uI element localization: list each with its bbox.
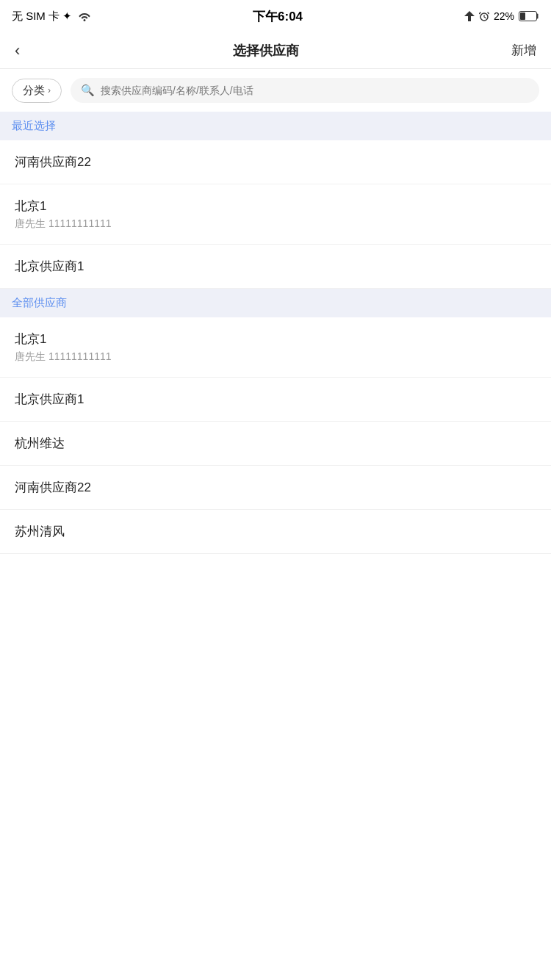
category-label: 分类 bbox=[23, 84, 45, 98]
item-sub: 唐先生 11111111111 bbox=[15, 217, 536, 231]
status-time: 下午6:04 bbox=[253, 8, 303, 25]
page-title: 选择供应商 bbox=[233, 42, 299, 60]
recent-section-label: 最近选择 bbox=[12, 119, 56, 131]
item-name: 苏州清风 bbox=[15, 523, 536, 540]
status-right: 22% bbox=[464, 10, 539, 22]
item-name: 北京供应商1 bbox=[15, 258, 536, 275]
item-name: 河南供应商22 bbox=[15, 479, 536, 496]
list-item[interactable]: 北京供应商1 bbox=[0, 245, 551, 289]
add-button[interactable]: 新增 bbox=[511, 42, 536, 59]
battery-level: 22% bbox=[494, 10, 514, 22]
status-left: 无 SIM 卡 ✦ bbox=[12, 10, 91, 24]
alarm-icon bbox=[479, 11, 489, 21]
list-item[interactable]: 北京供应商1 bbox=[0, 378, 551, 422]
recent-list: 河南供应商22北京1唐先生 11111111111北京供应商1 bbox=[0, 140, 551, 289]
battery-icon bbox=[519, 11, 539, 21]
search-icon: 🔍 bbox=[81, 84, 95, 97]
list-item[interactable]: 河南供应商22 bbox=[0, 140, 551, 184]
search-input[interactable] bbox=[101, 84, 529, 96]
status-bar: 无 SIM 卡 ✦ 下午6:04 22% bbox=[0, 0, 551, 32]
item-name: 北京供应商1 bbox=[15, 391, 536, 408]
item-name: 北京1 bbox=[15, 198, 536, 215]
item-name: 杭州维达 bbox=[15, 435, 536, 452]
list-item[interactable]: 杭州维达 bbox=[0, 422, 551, 466]
item-name: 河南供应商22 bbox=[15, 154, 536, 170]
chevron-right-icon: › bbox=[48, 85, 51, 96]
wifi-icon bbox=[78, 11, 91, 21]
list-item[interactable]: 苏州清风 bbox=[0, 510, 551, 554]
svg-rect-2 bbox=[520, 12, 525, 20]
nav-bar: ‹ 选择供应商 新增 bbox=[0, 32, 551, 69]
item-sub: 唐先生 11111111111 bbox=[15, 350, 536, 364]
sim-status: 无 SIM 卡 ✦ bbox=[12, 10, 72, 24]
list-item[interactable]: 河南供应商22 bbox=[0, 466, 551, 510]
all-section-label: 全部供应商 bbox=[12, 296, 67, 309]
search-bar[interactable]: 🔍 bbox=[71, 78, 539, 103]
back-button[interactable]: ‹ bbox=[15, 41, 20, 60]
item-name: 北京1 bbox=[15, 331, 536, 347]
recent-section-header: 最近选择 bbox=[0, 112, 551, 140]
category-button[interactable]: 分类 › bbox=[12, 79, 62, 103]
all-list: 北京1唐先生 11111111111北京供应商1杭州维达河南供应商22苏州清风 bbox=[0, 317, 551, 554]
list-item[interactable]: 北京1唐先生 11111111111 bbox=[0, 184, 551, 245]
location-icon bbox=[464, 11, 475, 21]
all-section-header: 全部供应商 bbox=[0, 289, 551, 317]
filter-bar: 分类 › 🔍 bbox=[0, 69, 551, 112]
list-item[interactable]: 北京1唐先生 11111111111 bbox=[0, 317, 551, 378]
